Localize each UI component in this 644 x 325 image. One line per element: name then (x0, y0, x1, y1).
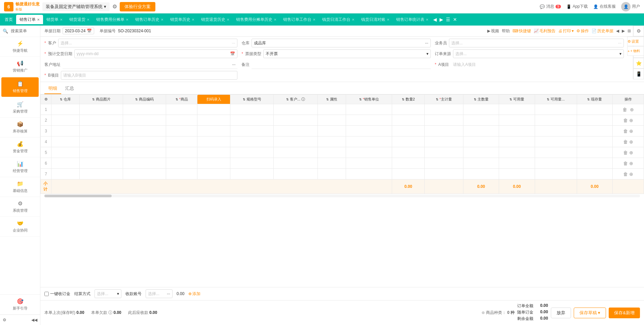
td-main-unit[interactable] (424, 104, 463, 115)
save-draft-button[interactable]: 保存草稿 ▾ (574, 308, 606, 318)
date-field[interactable]: 2023-03-24 📅 (63, 28, 94, 34)
th-product[interactable]: ⇅ *商品 (166, 95, 197, 104)
industry-button[interactable]: 体验行业方案 (120, 2, 155, 11)
td-product[interactable] (166, 104, 197, 115)
account-select[interactable]: 选择... ··· (146, 289, 173, 298)
app-download-item[interactable]: 📱 App下载 (566, 4, 588, 9)
scrollbar-thumb[interactable] (44, 195, 112, 197)
delete-icon[interactable]: 🗑 (623, 150, 628, 155)
horizontal-scrollbar[interactable] (44, 195, 640, 197)
td-customer-code[interactable] (273, 104, 317, 115)
tab-sales-return[interactable]: 销货退货 ✕ (66, 15, 93, 24)
discard-button[interactable]: 放弃 (551, 308, 571, 318)
shortcut-btn[interactable]: ⌨ 快捷键 (513, 28, 531, 34)
sidebar-item-inventory[interactable]: 📦 库存核算 (0, 118, 40, 137)
side-settings-btn[interactable]: ⚙ (633, 26, 644, 36)
action-btn[interactable]: ⚙ 操作 (576, 28, 589, 34)
sidebar-item-finance[interactable]: 💰 资金管理 (0, 137, 40, 157)
tab-sales-bill-history[interactable]: 销货单历史 ✕ (167, 15, 198, 24)
tab-close-icon[interactable]: ✕ (426, 18, 428, 22)
user-item[interactable]: 👤 用户 (621, 2, 640, 11)
copy-icon[interactable]: ⊕ (629, 139, 633, 145)
a-project-input[interactable]: 请输入A项目 (451, 60, 624, 69)
tab-close-icon[interactable]: ✕ (313, 18, 315, 22)
td-code[interactable] (123, 104, 166, 115)
tab-prev-btn[interactable]: ◀ (432, 17, 438, 22)
td-warehouse[interactable] (51, 104, 80, 115)
tab-sales-return-history[interactable]: 销货退货历史 ✕ (198, 15, 233, 24)
sidebar-item-search[interactable]: 🔍 搜索菜单 (0, 26, 40, 37)
settings-icon[interactable]: ⚙ (112, 3, 117, 10)
system-name[interactable]: 装备及固定资产辅助管理系统 ▾ (42, 2, 110, 11)
order-source-select[interactable]: 选择... ▾ (453, 49, 624, 58)
tab-sales-workbench[interactable]: 销售订单工作台 ✕ (280, 15, 319, 24)
history-btn[interactable]: 📄 历史单据 (592, 28, 613, 34)
tab-close-icon[interactable]: ✕ (274, 18, 276, 22)
td-attr[interactable] (317, 104, 346, 115)
tab-close-icon[interactable]: ✕ (126, 18, 128, 22)
copy-icon[interactable]: ⊕ (629, 161, 633, 166)
sidebar-item-system[interactable]: ⚙ 系统管理 (0, 197, 40, 217)
th-image[interactable]: ⇅ 商品图片 (80, 95, 123, 104)
tab-close-icon[interactable]: ✕ (161, 18, 163, 22)
th-scan[interactable]: 扫码录入 (197, 95, 230, 104)
sidebar-item-marketing[interactable]: 📢 营销推广 (0, 57, 40, 77)
td-qty2[interactable] (392, 104, 425, 115)
sidebar-item-collab[interactable]: 🤝 企业协同 (0, 217, 40, 237)
sidebar-item-business[interactable]: 📊 经营管理 (0, 157, 40, 177)
delete-icon[interactable]: 🗑 (622, 107, 627, 112)
td-main-qty[interactable] (463, 104, 499, 115)
th-settings[interactable]: ⚙ (41, 95, 51, 104)
tab-close-icon[interactable]: ✕ (192, 18, 194, 22)
online-service-item[interactable]: 👤 在线客服 (593, 4, 616, 9)
tab-close-icon[interactable]: ✕ (60, 18, 63, 22)
th-main-qty[interactable]: ⇅ 主数量 (463, 95, 499, 104)
tab-sales-order[interactable]: 销售订单 ✕ (16, 15, 43, 24)
copy-icon[interactable]: ⊕ (629, 150, 633, 155)
copy-icon[interactable]: ⊕ (630, 107, 634, 112)
th-unit[interactable]: ⇅ *销售单位 (346, 95, 392, 104)
sidebar-item-sales[interactable]: 📋 销售管理 (1, 77, 39, 97)
grid-view-btn[interactable]: ⊞ (628, 29, 631, 33)
side-star-btn[interactable]: ⭐ (633, 58, 644, 69)
th-available[interactable]: ⇅ 可用量 (499, 95, 535, 104)
th-customer-code[interactable]: ⇅ 客户... ⓘ (273, 95, 317, 104)
message-item[interactable]: 💬 消息 9 (540, 4, 561, 9)
tab-close-icon[interactable]: ✕ (352, 18, 354, 22)
address-input[interactable]: ··· (63, 60, 237, 69)
th-qty2[interactable]: ⇅ 数量2 (392, 95, 425, 104)
one-click-checkbox[interactable] (44, 292, 49, 296)
th-warehouse[interactable]: ⇅ 仓库 (51, 95, 80, 104)
view-btn[interactable]: ▶ 视频 (487, 28, 499, 34)
delete-icon[interactable]: 🗑 (623, 118, 628, 123)
next-page-btn[interactable]: ▶ (622, 29, 625, 33)
add-material-btn[interactable]: + + 物料 (627, 46, 644, 56)
prev-page-btn[interactable]: ◀ (616, 29, 619, 33)
th-current[interactable]: ⇅ 现存量 (577, 95, 612, 104)
delete-icon[interactable]: 🗑 (623, 128, 628, 134)
tab-sales-order-history[interactable]: 销售订单历史 ✕ (132, 15, 167, 24)
help-btn[interactable]: 帮助 (502, 28, 510, 34)
profit-btn[interactable]: 📈 毛利预告 (534, 28, 556, 34)
sidebar-collapse-btn[interactable]: ◀◀ (31, 318, 37, 322)
th-available2[interactable]: ⇅ 可用量... (535, 95, 577, 104)
payment-method-select[interactable]: 选择... ▾ (94, 289, 121, 298)
td-spec[interactable] (230, 104, 273, 115)
staff-input[interactable]: 选择... ··· (449, 39, 624, 47)
save-new-button[interactable]: 保存&新增 (609, 308, 640, 318)
tab-detail[interactable]: 明细 (44, 83, 61, 94)
warehouse-input[interactable]: 成品库 ··· (252, 39, 430, 47)
tab-daily-reconcile[interactable]: 钱货日清对账 ✕ (358, 15, 393, 24)
tab-summary[interactable]: 汇总 (61, 83, 78, 94)
customer-input[interactable]: 选择... ··· (58, 39, 238, 47)
th-spec[interactable]: ⇅ 规格型号 (230, 95, 273, 104)
td-unit[interactable] (346, 104, 392, 115)
side-mobile-btn[interactable]: 📱 (633, 69, 644, 79)
one-click-checkbox-item[interactable]: 一键收订金 (44, 291, 70, 297)
th-code[interactable]: ⇅ 商品编码 (123, 95, 166, 104)
tab-sales-bill[interactable]: 销货单 ✕ (43, 15, 66, 24)
add-payment-btn[interactable]: ⊕ 添加 (188, 291, 200, 297)
delete-icon[interactable]: 🗑 (623, 139, 628, 145)
tab-close-icon[interactable]: ✕ (37, 18, 40, 22)
tab-sales-stats[interactable]: 销售订单统计表 ✕ (393, 15, 432, 24)
